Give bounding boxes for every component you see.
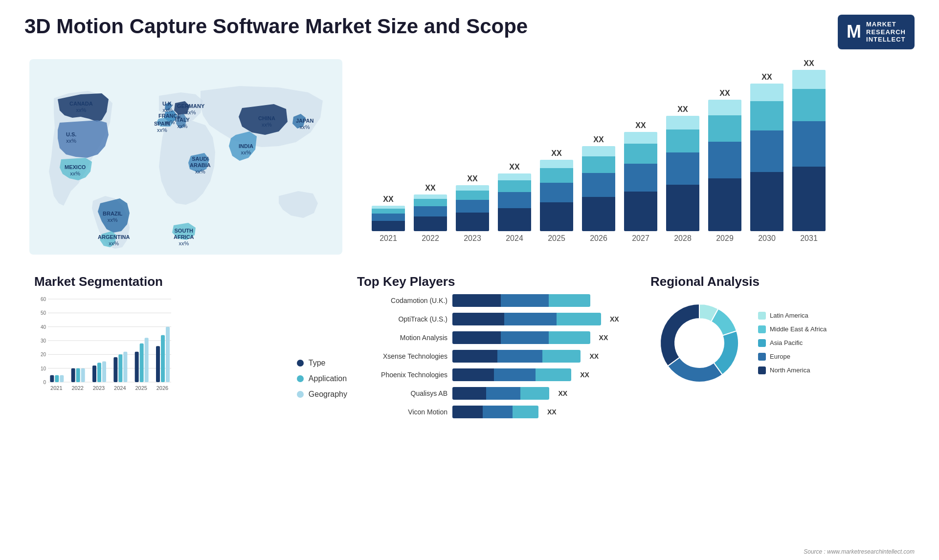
bar-value-2027: XX [635, 121, 646, 130]
legend-label-type: Type [309, 359, 326, 367]
bar-group-2031: XX2031 [792, 59, 826, 243]
map-labels-container: CANADAxx% U.S.xx% MEXICOxx% BRAZILxx% AR… [29, 59, 352, 255]
regional-section: Regional Analysis Latin AmericaMiddle Ea… [650, 274, 836, 556]
player-bar-seg [549, 331, 590, 344]
bar-segment [750, 172, 783, 231]
brazil-label: BRAZILxx% [103, 211, 122, 223]
player-name: Motion Analysis [357, 334, 447, 342]
south-africa-label: SOUTHAFRICAxx% [174, 228, 194, 247]
player-value: XX [558, 389, 567, 397]
svg-text:60: 60 [41, 297, 46, 302]
bar-segment [582, 173, 615, 197]
bar-segment [372, 221, 405, 231]
player-value: XX [547, 408, 557, 416]
bar-group-2022: XX2022 [414, 184, 447, 243]
bar-chart-area: XX2021XX2022XX2023XX2024XX2025XX2026XX20… [367, 59, 905, 262]
bar-value-2025: XX [551, 149, 561, 158]
reg-legend-item: Europe [758, 353, 827, 361]
player-name: OptiTrack (U.S.) [357, 315, 447, 323]
bar-segment [624, 132, 657, 144]
x-label-2021: 2021 [380, 234, 397, 243]
player-bar-seg [452, 387, 486, 400]
bar-segment [624, 192, 657, 231]
bar-segment [372, 209, 405, 214]
logo-text: MARKET RESEARCH INTELLECT [866, 21, 906, 43]
legend-label-geo: Geography [309, 390, 347, 399]
player-name: Phoenix Technologies [357, 371, 447, 379]
bar-value-2029: XX [719, 89, 730, 98]
bar-segment [666, 129, 699, 152]
argentina-label: ARGENTINAxx% [98, 234, 130, 247]
player-bar-seg [504, 313, 556, 325]
reg-legend-color [758, 339, 766, 347]
svg-rect-21 [71, 368, 75, 382]
key-players-title: Top Key Players [357, 274, 641, 289]
bar-value-2021: XX [383, 195, 393, 204]
bar-segment [666, 185, 699, 231]
reg-legend-color [758, 325, 766, 333]
reg-legend-label: Middle East & Africa [770, 325, 827, 333]
bar-group-2029: XX2029 [708, 89, 741, 243]
svg-rect-23 [81, 368, 85, 382]
bar-group-2026: XX2026 [582, 135, 615, 243]
player-bar-seg [452, 313, 504, 325]
x-label-2028: 2028 [674, 234, 692, 243]
bar-group-2027: XX2027 [624, 121, 657, 243]
stacked-bar-2023 [456, 185, 489, 231]
mexico-label: MEXICOxx% [65, 164, 86, 177]
svg-rect-22 [76, 368, 80, 382]
svg-text:2026: 2026 [156, 385, 168, 391]
bar-segment [708, 142, 741, 178]
player-bar-seg [557, 313, 601, 325]
chart-section: XX2021XX2022XX2023XX2024XX2025XX2026XX20… [357, 54, 915, 269]
japan-label: JAPANxx% [296, 118, 313, 130]
player-bar-seg [452, 294, 501, 307]
reg-legend-label: Latin America [770, 312, 808, 319]
bar-segment [792, 89, 826, 121]
map-section: CANADAxx% U.S.xx% MEXICOxx% BRAZILxx% AR… [24, 54, 357, 269]
bar-group-2023: XX2023 [456, 174, 489, 243]
stacked-bar-2022 [414, 194, 447, 231]
bar-segment [414, 216, 447, 231]
player-value: XX [589, 352, 599, 360]
svg-text:40: 40 [41, 324, 46, 329]
x-label-2025: 2025 [548, 234, 565, 243]
bar-segment [456, 200, 489, 213]
bar-segment [456, 185, 489, 191]
svg-rect-33 [135, 351, 139, 382]
main-content: CANADAxx% U.S.xx% MEXICOxx% BRAZILxx% AR… [0, 54, 939, 560]
player-bar-seg [501, 294, 549, 307]
player-bar-seg [542, 350, 581, 363]
spain-label: SPAINxx% [154, 121, 170, 133]
svg-rect-27 [102, 361, 106, 382]
player-row: Phoenix TechnologiesXX [357, 368, 641, 381]
bar-segment [540, 183, 573, 203]
italy-label: ITALYxx% [175, 117, 190, 129]
reg-legend-color [758, 353, 766, 361]
logo-letter: M [847, 22, 861, 42]
player-bar-container [452, 406, 538, 418]
seg-chart: 0102030405060202120222023202420252026 [34, 294, 287, 409]
player-row: Xsense TechnologiesXX [357, 350, 641, 363]
legend-application: Application [297, 374, 347, 383]
player-name: Vicon Motion [357, 408, 447, 416]
legend-geography: Geography [297, 390, 347, 399]
bar-segment [540, 202, 573, 231]
svg-text:10: 10 [41, 366, 46, 371]
svg-rect-38 [161, 335, 165, 382]
bar-segment [792, 167, 826, 231]
bar-value-2028: XX [677, 105, 688, 114]
bar-segment [750, 130, 783, 172]
stacked-bar-2029 [708, 100, 741, 231]
reg-legend-item: North America [758, 366, 827, 374]
player-value: XX [610, 315, 619, 323]
player-bar-seg [501, 331, 549, 344]
bar-segment [540, 160, 573, 169]
source-text: Source : www.marketresearchintellect.com [804, 548, 915, 555]
player-row: Qualisys ABXX [357, 387, 641, 400]
svg-text:20: 20 [41, 352, 46, 357]
india-label: INDIAxx% [239, 143, 253, 156]
svg-rect-37 [156, 346, 160, 382]
bar-segment [414, 194, 447, 199]
bar-segment [498, 208, 531, 231]
